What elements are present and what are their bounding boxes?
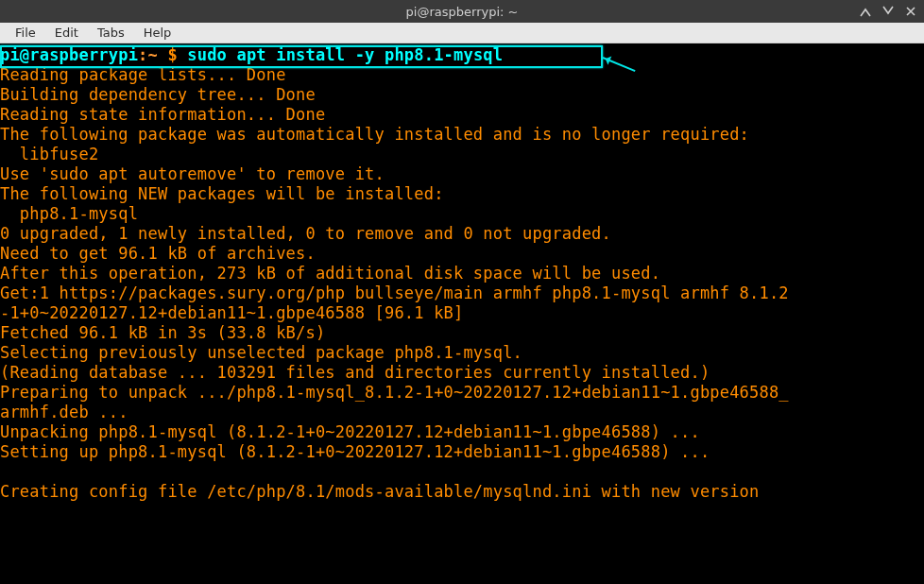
titlebar[interactable]: pi@raspberrypi: ~ (0, 0, 924, 23)
terminal-window: pi@raspberrypi: ~ File Edit Tabs Help pi… (0, 0, 924, 584)
output-line: (Reading database ... 103291 files and d… (0, 363, 924, 383)
output-line: Setting up php8.1-mysql (8.1.2-1+0~20220… (0, 442, 924, 462)
output-line: The following package was automatically … (0, 125, 924, 145)
prompt-line: pi@raspberrypi:~ $ sudo apt install -y p… (0, 45, 924, 65)
close-icon[interactable] (903, 4, 918, 19)
output-line: 0 upgraded, 1 newly installed, 0 to remo… (0, 224, 924, 244)
output-line: armhf.deb ... (0, 403, 924, 422)
prompt-sep: : (138, 45, 147, 64)
output-line: libfuse2 (0, 145, 924, 164)
command-text: sudo apt install -y php8.1-mysql (187, 45, 503, 64)
output-line: Creating config file /etc/php/8.1/mods-a… (0, 482, 924, 502)
output-line: Reading state information... Done (0, 105, 924, 125)
output-line: Unpacking php8.1-mysql (8.1.2-1+0~202201… (0, 422, 924, 442)
menu-help[interactable]: Help (134, 24, 181, 42)
output-line: After this operation, 273 kB of addition… (0, 264, 924, 283)
output-line: Building dependency tree... Done (0, 85, 924, 105)
output-line: php8.1-mysql (0, 204, 924, 224)
window-controls (858, 0, 918, 23)
menu-edit[interactable]: Edit (45, 24, 88, 42)
menu-file[interactable]: File (6, 24, 45, 42)
output-line (0, 462, 924, 482)
terminal-wrap: pi@raspberrypi:~ $ sudo apt install -y p… (0, 43, 924, 584)
prompt-user-host: pi@raspberrypi (0, 45, 138, 64)
output-line: Use 'sudo apt autoremove' to remove it. (0, 164, 924, 184)
menu-tabs[interactable]: Tabs (88, 24, 134, 42)
prompt-path: ~ (148, 45, 158, 64)
minimize-icon[interactable] (858, 4, 873, 19)
output-line: Selecting previously unselected package … (0, 343, 924, 363)
output-line: Preparing to unpack .../php8.1-mysql_8.1… (0, 383, 924, 403)
output-line: Get:1 https://packages.sury.org/php bull… (0, 283, 924, 303)
maximize-icon[interactable] (881, 4, 896, 19)
menubar: File Edit Tabs Help (0, 23, 924, 43)
prompt-dollar: $ (158, 45, 187, 64)
output-line: The following NEW packages will be insta… (0, 184, 924, 204)
output-line: Reading package lists... Done (0, 65, 924, 85)
terminal-area[interactable]: pi@raspberrypi:~ $ sudo apt install -y p… (0, 43, 924, 584)
output-line: Need to get 96.1 kB of archives. (0, 244, 924, 264)
window-title: pi@raspberrypi: ~ (406, 5, 519, 19)
output-line: -1+0~20220127.12+debian11~1.gbpe46588 [9… (0, 303, 924, 323)
output-line: Fetched 96.1 kB in 3s (33.8 kB/s) (0, 323, 924, 343)
